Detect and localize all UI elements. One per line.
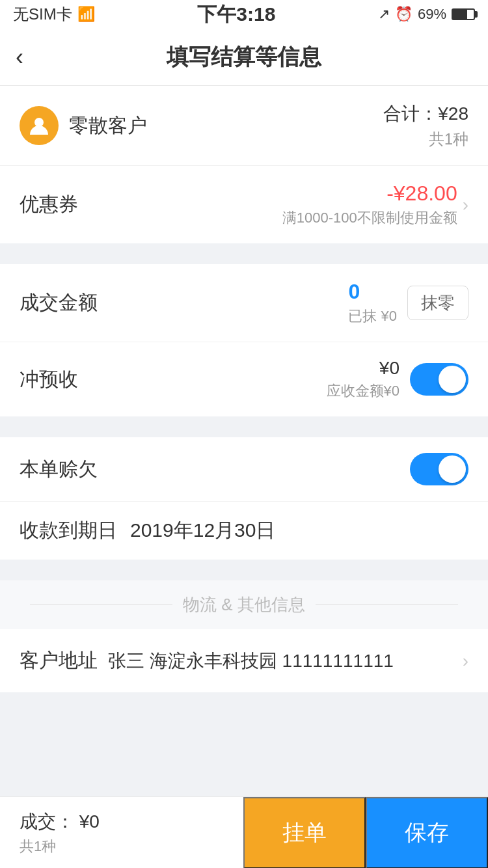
bottom-deal-value: ¥0 bbox=[79, 811, 100, 832]
status-bar: 无SIM卡 📶 下午3:18 ↗ ⏰ 69% bbox=[0, 0, 488, 29]
due-label: 收款到期日 bbox=[20, 517, 117, 544]
customer-right: 合计：¥28 共1种 bbox=[383, 102, 468, 150]
address-row[interactable]: 客户地址 张三 海淀永丰科技园 11111111111 › bbox=[0, 629, 488, 692]
back-button[interactable]: ‹ bbox=[16, 44, 23, 71]
coupon-desc: 满1000-100不限制使用金额 bbox=[282, 208, 457, 228]
prepay-sub: 应收金额¥0 bbox=[327, 381, 400, 401]
deal-right: 0 已抹 ¥0 抹零 bbox=[348, 280, 468, 326]
prepay-amount: ¥0 bbox=[327, 358, 400, 379]
logistics-divider: 物流 & 其他信息 bbox=[0, 580, 488, 629]
address-value: 张三 海淀永丰科技园 11111111111 bbox=[108, 649, 463, 673]
customer-left: 零散客户 bbox=[20, 106, 147, 145]
page-title: 填写结算等信息 bbox=[167, 42, 321, 72]
deal-row: 成交金额 0 已抹 ¥0 抹零 bbox=[0, 264, 488, 342]
prepay-toggle[interactable] bbox=[410, 363, 468, 396]
address-section: 客户地址 张三 海淀永丰科技园 11111111111 › bbox=[0, 629, 488, 692]
coupon-label: 优惠券 bbox=[20, 191, 78, 218]
customer-name: 零散客户 bbox=[69, 113, 147, 139]
logistics-label: 物流 & 其他信息 bbox=[183, 593, 305, 616]
due-value: 2019年12月30日 bbox=[130, 517, 275, 544]
avatar bbox=[20, 106, 59, 145]
status-left: 无SIM卡 📶 bbox=[13, 4, 95, 25]
hang-button[interactable]: 挂单 bbox=[243, 797, 366, 869]
prepay-values: ¥0 应收金额¥0 bbox=[327, 358, 400, 401]
logistics-section: 物流 & 其他信息 客户地址 张三 海淀永丰科技园 11111111111 › bbox=[0, 580, 488, 692]
prepay-label: 冲预收 bbox=[20, 366, 78, 393]
save-button[interactable]: 保存 bbox=[366, 797, 488, 869]
battery-icon bbox=[452, 8, 475, 20]
debt-label: 本单赊欠 bbox=[20, 456, 98, 483]
coupon-row[interactable]: 优惠券 -¥28.00 满1000-100不限制使用金额 › bbox=[0, 165, 488, 243]
bottom-count: 共1种 bbox=[20, 837, 224, 856]
due-row: 收款到期日 2019年12月30日 bbox=[0, 501, 488, 560]
customer-section: 零散客户 合计：¥28 共1种 优惠券 -¥28.00 满1000-100不限制… bbox=[0, 86, 488, 243]
deal-section: 成交金额 0 已抹 ¥0 抹零 冲预收 ¥0 应收金额¥0 bbox=[0, 264, 488, 416]
prepay-row: 冲预收 ¥0 应收金额¥0 bbox=[0, 342, 488, 416]
separator-1 bbox=[0, 254, 488, 264]
coupon-right: -¥28.00 满1000-100不限制使用金额 bbox=[282, 182, 457, 228]
wifi-icon: 📶 bbox=[77, 6, 95, 23]
coupon-discount: -¥28.00 bbox=[282, 182, 457, 206]
bottom-left: 成交： ¥0 共1种 bbox=[0, 809, 243, 856]
coupon-chevron-icon: › bbox=[463, 195, 468, 215]
total-count: 共1种 bbox=[383, 129, 468, 150]
debt-section: 本单赊欠 收款到期日 2019年12月30日 bbox=[0, 437, 488, 560]
debt-row: 本单赊欠 bbox=[0, 437, 488, 501]
location-icon: ↗ bbox=[378, 6, 390, 23]
nav-bar: ‹ 填写结算等信息 bbox=[0, 29, 488, 86]
deal-value: 0 bbox=[348, 280, 397, 304]
prepay-right: ¥0 应收金额¥0 bbox=[327, 358, 468, 401]
deal-label: 成交金额 bbox=[20, 290, 98, 316]
separator-2 bbox=[0, 427, 488, 437]
content: 零散客户 合计：¥28 共1种 优惠券 -¥28.00 满1000-100不限制… bbox=[0, 86, 488, 774]
customer-row: 零散客户 合计：¥28 共1种 bbox=[0, 86, 488, 165]
bottom-deal-label: 成交： bbox=[20, 811, 74, 832]
debt-toggle[interactable] bbox=[410, 453, 468, 485]
battery-label: 69% bbox=[418, 6, 446, 23]
bottom-bar: 成交： ¥0 共1种 挂单 保存 bbox=[0, 796, 488, 868]
deal-sub: 已抹 ¥0 bbox=[348, 306, 397, 326]
address-chevron-icon: › bbox=[463, 651, 468, 671]
svg-point-0 bbox=[34, 118, 44, 127]
bottom-deal: 成交： ¥0 bbox=[20, 809, 224, 834]
status-right: ↗ ⏰ 69% bbox=[378, 6, 475, 23]
total-amount: 合计：¥28 bbox=[383, 102, 468, 126]
rub-zero-button[interactable]: 抹零 bbox=[407, 286, 468, 320]
carrier-label: 无SIM卡 bbox=[13, 4, 72, 25]
status-time: 下午3:18 bbox=[197, 1, 275, 28]
separator-3 bbox=[0, 570, 488, 580]
address-label: 客户地址 bbox=[20, 647, 98, 674]
alarm-icon: ⏰ bbox=[395, 6, 413, 23]
